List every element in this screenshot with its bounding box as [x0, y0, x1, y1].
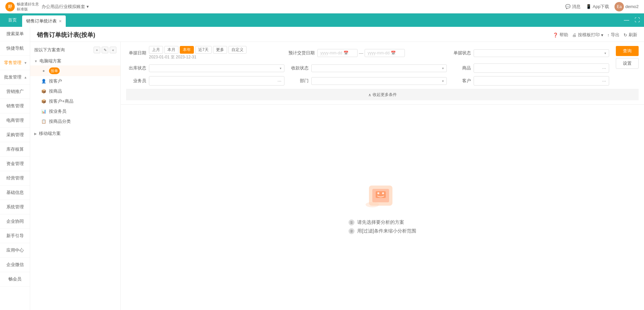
sidebar-item-appcenter[interactable]: 应用中心 — [0, 243, 30, 258]
sidebar-item-purchase[interactable]: 采购管理 — [0, 128, 30, 142]
sidebar-item-corpwechat[interactable]: 企业微信 — [0, 258, 30, 272]
scheme-item-by-goods[interactable]: 📦 按商品 — [30, 86, 120, 96]
ship-status-select[interactable]: ▾ — [149, 64, 284, 72]
filter-row-2: 出库状态 ▾ 收款状态 — [126, 63, 609, 73]
sidebar-item-search[interactable]: 搜索菜单 — [0, 27, 30, 41]
action-buttons: 查询 设置 — [616, 46, 639, 69]
sidebar-item-shortcut[interactable]: 快捷导航 — [0, 41, 30, 56]
empty-illustration — [362, 180, 402, 214]
status-label: 单据状态 — [451, 50, 471, 56]
dropdown-icon[interactable]: ▾ — [87, 4, 89, 9]
sidebar-item-member[interactable]: 畅会员 — [0, 272, 30, 287]
sidebar-item-marketing[interactable]: 营销推广 — [0, 85, 30, 99]
pay-select-arrow: ▾ — [442, 66, 444, 70]
export-button[interactable]: ↑ 导出 — [607, 32, 620, 38]
chart-icon: 📊 — [41, 109, 46, 114]
scheme-item-by-category[interactable]: 📋 按商品分类 — [30, 116, 120, 126]
scheme-item-by-staff[interactable]: 📊 按业务员 — [30, 106, 120, 116]
date-tab-more[interactable]: 更多 — [213, 46, 227, 54]
minimize-icon[interactable]: — — [623, 16, 631, 24]
box-icon: 📦 — [41, 89, 46, 94]
date-tab-custom[interactable]: 自定义 — [228, 46, 247, 54]
staff-ellipsis[interactable]: ··· — [277, 78, 281, 84]
print-button[interactable]: 🖨 按模板打印 ▾ — [572, 32, 603, 38]
ship-select-arrow: ▾ — [280, 66, 281, 70]
sidebar-item-sales[interactable]: 销售管理 — [0, 99, 30, 113]
pay-status-select[interactable]: ▾ — [311, 64, 447, 72]
filter-row-1: 单据日期 上月 本月 本年 近7天 更多 — [126, 46, 609, 60]
date-tab-thisyear[interactable]: 本年 — [180, 46, 194, 54]
tab-bar: 首页 销售订单统计表 ✕ — ⛶ — [0, 13, 644, 27]
scheme-group-mobile-header[interactable]: ▶ 移动端方案 — [30, 129, 120, 138]
date-tab-lastmonth[interactable]: 上月 — [149, 46, 163, 54]
sidebar-item-inventory[interactable]: 库存核算 — [0, 142, 30, 157]
date-input-group: yyyy-mm-dd 📅 — yyyy-mm-dd 📅 — [317, 49, 405, 57]
filter-table-panel: 单据日期 上月 本月 本年 近7天 更多 — [121, 42, 644, 310]
sidebar-item-newuser[interactable]: 新手引导 — [0, 229, 30, 243]
help-button[interactable]: ❓ 帮助 — [553, 32, 568, 38]
add-scheme-button[interactable]: + — [94, 47, 100, 53]
date-tab-thismonth[interactable]: 本月 — [164, 46, 178, 54]
maximize-icon[interactable]: ⛶ — [633, 16, 641, 24]
scheme-group-pc-header[interactable]: ▼ 电脑端方案 — [30, 57, 120, 65]
sidebar-item-finance[interactable]: 资金管理 — [0, 157, 30, 171]
customer-input[interactable]: ··· — [474, 76, 609, 86]
dept-select-arrow: ▾ — [442, 79, 444, 83]
date-tab-7days[interactable]: 近7天 — [195, 46, 212, 54]
date-tabs: 上月 本月 本年 近7天 更多 自定义 — [149, 46, 247, 54]
group-collapse-icon: ▶ — [34, 132, 37, 136]
edit-scheme-button[interactable]: ✎ — [102, 47, 108, 53]
scheme-item-by-order[interactable]: ● 按单 — [30, 65, 120, 76]
scheme-item-by-customer-goods[interactable]: 📦 按客户+商品 — [30, 96, 120, 106]
svg-point-4 — [382, 192, 384, 194]
date-to-input[interactable]: yyyy-mm-dd 📅 — [365, 49, 405, 57]
sidebar-item-system[interactable]: 系统管理 — [0, 200, 30, 214]
collapse-bar[interactable]: ∧ 收起更多条件 — [126, 89, 639, 100]
staff-input[interactable]: ··· — [149, 76, 284, 86]
user-action[interactable]: Ea demo2 — [614, 2, 639, 11]
expected-date-group: 预计交货日期 yyyy-mm-dd 📅 — — [288, 49, 447, 57]
customer-ellipsis[interactable]: ··· — [602, 78, 606, 84]
refresh-button[interactable]: ↻ 刷新 — [624, 32, 637, 38]
page-header: 销售订单统计表(按单) ❓ 帮助 🖨 按模板打印 ▾ ↑ 导出 ↻ 刷新 — [30, 27, 644, 42]
app-download-action[interactable]: 📱 App下载 — [586, 4, 609, 10]
top-bar: 好 畅捷通好生意 标准版 办公用品行业模拟账套 ▾ 💬 消息 📱 App下载 E… — [0, 0, 644, 13]
tab-close-icon[interactable]: ✕ — [59, 19, 62, 23]
query-button[interactable]: 查询 — [616, 46, 639, 56]
settings-button[interactable]: 设置 — [616, 58, 639, 69]
hint-num-2: ② — [348, 228, 355, 234]
sidebar-item-operations[interactable]: 经营管理 — [0, 171, 30, 186]
sidebar-item-retail[interactable]: 零售管理 ▼ — [0, 56, 30, 70]
sidebar-item-enterprise[interactable]: 企业协同 — [0, 214, 30, 229]
status-field-group: 单据状态 ▾ — [451, 49, 609, 57]
goods-ellipsis[interactable]: ··· — [602, 65, 606, 71]
message-icon: 💬 — [565, 4, 571, 9]
tab-sales-order-stats[interactable]: 销售订单统计表 ✕ — [22, 15, 66, 27]
table-icon: 📋 — [41, 119, 46, 124]
goods-label: 商品 — [451, 65, 471, 71]
goods-input[interactable]: ··· — [474, 63, 609, 73]
staff-group: 业务员 ··· — [126, 76, 284, 86]
sidebar-item-wholesale[interactable]: 批发管理 ▲ — [0, 70, 30, 85]
scheme-group-mobile: ▶ 移动端方案 — [30, 128, 120, 139]
top-bar-right: 💬 消息 📱 App下载 Ea demo2 — [565, 2, 639, 11]
collapse-icon: ∧ — [368, 93, 371, 97]
collapse-scheme-button[interactable]: « — [110, 47, 116, 53]
app-title: 办公用品行业模拟账套 ▾ — [42, 4, 89, 10]
print-dropdown-icon[interactable]: ▾ — [601, 33, 603, 38]
avatar: Ea — [614, 2, 624, 11]
dept-label: 部门 — [288, 78, 309, 84]
sidebar-item-basic[interactable]: 基础信息 — [0, 186, 30, 200]
tab-home[interactable]: 首页 — [3, 13, 22, 27]
status-select[interactable]: ▾ — [474, 49, 609, 57]
message-action[interactable]: 💬 消息 — [565, 4, 581, 10]
logo-area: 好 畅捷通好生意 标准版 — [5, 2, 39, 11]
sidebar: 搜索菜单 快捷导航 零售管理 ▼ 批发管理 ▲ 营销推广 销售管理 电商管理 采… — [0, 27, 30, 310]
refresh-icon: ↻ — [624, 33, 627, 38]
sidebar-item-ecommerce[interactable]: 电商管理 — [0, 113, 30, 128]
scheme-item-by-customer[interactable]: 👤 按客户 — [30, 76, 120, 86]
page-actions: ❓ 帮助 🖨 按模板打印 ▾ ↑ 导出 ↻ 刷新 — [553, 32, 638, 38]
scheme-panel-header: 按以下方案查询 + ✎ « — [30, 45, 120, 55]
date-from-input[interactable]: yyyy-mm-dd 📅 — [317, 49, 358, 57]
dept-select[interactable]: ▾ — [311, 77, 447, 85]
